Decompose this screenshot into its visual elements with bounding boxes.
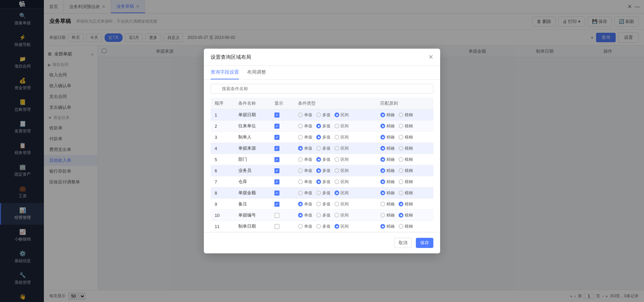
show-checkbox[interactable]	[274, 124, 279, 129]
radio-option[interactable]: 精确	[380, 123, 395, 129]
row-match: 精确 模糊	[376, 187, 433, 199]
radio-option[interactable]: 精确	[380, 224, 395, 229]
radio-option[interactable]: 精确	[380, 157, 395, 162]
radio-option[interactable]: 模糊	[399, 212, 413, 218]
radio-option[interactable]: 单值	[298, 134, 312, 140]
radio-option[interactable]: 精确	[380, 179, 395, 185]
cancel-button[interactable]: 取消	[394, 238, 412, 248]
radio-option[interactable]: 多值	[316, 112, 330, 118]
radio-option[interactable]: 精确	[380, 146, 395, 151]
row-show[interactable]	[270, 165, 294, 176]
save-modal-button[interactable]: 保存	[416, 238, 433, 248]
radio-option[interactable]: 模糊	[399, 157, 413, 162]
radio-option[interactable]: 模糊	[399, 168, 413, 174]
modal-title: 设置查询区域布局	[211, 54, 251, 60]
row-type: 单值 多值 区间	[294, 154, 376, 165]
radio-option[interactable]: 模糊	[399, 179, 413, 185]
radio-option[interactable]: 多值	[316, 146, 330, 151]
row-name: 单据金额	[234, 187, 270, 199]
show-checkbox[interactable]	[274, 112, 279, 118]
row-show[interactable]	[270, 154, 294, 165]
radio-option[interactable]: 区间	[334, 112, 349, 118]
radio-option[interactable]: 多值	[316, 123, 330, 129]
row-order: 4	[211, 143, 234, 154]
match-radio-group: 精确 模糊	[380, 201, 429, 207]
radio-option[interactable]: 精确	[380, 190, 395, 196]
radio-option[interactable]: 单值	[298, 212, 312, 218]
row-show[interactable]	[270, 210, 294, 221]
radio-option[interactable]: 区间	[334, 212, 349, 218]
radio-option[interactable]: 多值	[316, 190, 330, 196]
show-checkbox[interactable]	[274, 213, 279, 218]
radio-option[interactable]: 单值	[298, 179, 312, 185]
modal-tab-fields[interactable]: 查询字段设置	[211, 66, 239, 79]
radio-option[interactable]: 单值	[298, 157, 312, 162]
radio-option[interactable]: 单值	[298, 201, 312, 207]
row-show[interactable]	[270, 143, 294, 154]
modal-overlay[interactable]: 设置查询区域布局 ✕ 查询字段设置 布局调整 🔍 顺序 条件名称 显示 条件类型	[0, 0, 644, 302]
radio-option[interactable]: 区间	[334, 123, 349, 129]
radio-option[interactable]: 单值	[298, 112, 312, 118]
row-show[interactable]	[270, 187, 294, 199]
modal-search-input[interactable]	[211, 84, 433, 94]
row-show[interactable]	[270, 199, 294, 210]
radio-label: 单值	[304, 224, 312, 229]
radio-label: 区间	[341, 157, 349, 162]
radio-option[interactable]: 区间	[334, 190, 349, 196]
show-checkbox[interactable]	[274, 135, 279, 140]
show-checkbox[interactable]	[274, 202, 279, 207]
radio-option[interactable]: 区间	[334, 201, 349, 207]
radio-label: 单值	[304, 157, 312, 162]
type-radio-group: 单值 多值 区间	[298, 224, 372, 229]
match-radio-group: 精确 模糊	[380, 224, 429, 229]
radio-option[interactable]: 多值	[316, 157, 330, 162]
radio-option[interactable]: 区间	[334, 157, 349, 162]
radio-option[interactable]: 多值	[316, 212, 330, 218]
row-show[interactable]	[270, 221, 294, 232]
row-name: 往来单位	[234, 121, 270, 132]
show-checkbox[interactable]	[274, 157, 279, 162]
radio-option[interactable]: 单值	[298, 224, 312, 229]
show-checkbox[interactable]	[274, 179, 279, 184]
modal-search: 🔍	[204, 80, 440, 98]
radio-option[interactable]: 精确	[380, 112, 395, 118]
radio-option[interactable]: 模糊	[399, 190, 413, 196]
radio-option[interactable]: 单值	[298, 168, 312, 174]
radio-circle	[298, 146, 303, 151]
modal-close-button[interactable]: ✕	[428, 53, 433, 61]
radio-option[interactable]: 多值	[316, 168, 330, 174]
radio-option[interactable]: 模糊	[399, 146, 413, 151]
radio-option[interactable]: 模糊	[399, 134, 413, 140]
row-order: 9	[211, 199, 234, 210]
radio-option[interactable]: 多值	[316, 224, 330, 229]
radio-option[interactable]: 区间	[334, 224, 349, 229]
radio-option[interactable]: 单值	[298, 123, 312, 129]
radio-option[interactable]: 精确	[380, 168, 395, 174]
radio-option[interactable]: 单值	[298, 146, 312, 151]
row-show[interactable]	[270, 176, 294, 187]
radio-option[interactable]: 模糊	[399, 123, 413, 129]
show-checkbox[interactable]	[274, 168, 279, 173]
row-show[interactable]	[270, 121, 294, 132]
radio-option[interactable]: 多值	[316, 201, 330, 207]
row-show[interactable]	[270, 132, 294, 143]
radio-option[interactable]: 多值	[316, 179, 330, 185]
modal-tab-layout[interactable]: 布局调整	[247, 66, 266, 79]
radio-option[interactable]: 模糊	[399, 224, 413, 229]
radio-option[interactable]: 模糊	[399, 201, 413, 207]
radio-circle	[334, 179, 339, 184]
radio-option[interactable]: 模糊	[399, 112, 413, 118]
show-checkbox[interactable]	[274, 146, 279, 151]
radio-option[interactable]: 区间	[334, 168, 349, 174]
radio-option[interactable]: 精确	[380, 212, 395, 218]
radio-option[interactable]: 单值	[298, 190, 312, 196]
radio-option[interactable]: 区间	[334, 179, 349, 185]
radio-option[interactable]: 区间	[334, 146, 349, 151]
row-show[interactable]	[270, 109, 294, 121]
radio-option[interactable]: 精确	[380, 134, 395, 140]
radio-option[interactable]: 区间	[334, 134, 349, 140]
radio-option[interactable]: 多值	[316, 134, 330, 140]
show-checkbox[interactable]	[274, 224, 279, 229]
show-checkbox[interactable]	[274, 191, 279, 196]
radio-option[interactable]: 精确	[380, 201, 395, 207]
